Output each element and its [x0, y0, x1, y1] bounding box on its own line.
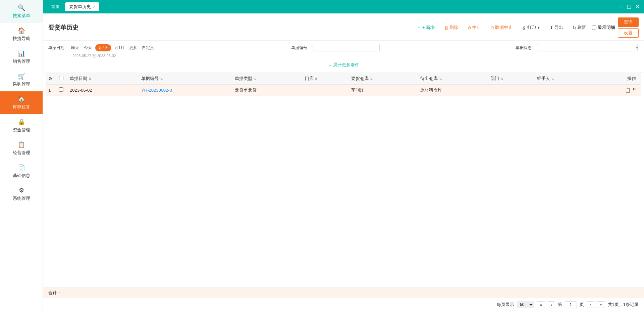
date-buttons: 昨天 今天 近7天 近1月 更多 自定义 — [70, 44, 155, 51]
col-handler-label: 经手人 — [537, 76, 550, 81]
doc-status-dropdown-icon[interactable]: ▼ — [635, 46, 639, 50]
stop-button[interactable]: ⊘ 中止 — [464, 23, 484, 32]
sort-doc-type-icon[interactable]: ⇅ — [253, 77, 256, 81]
doc-status-label: 单据状态 — [516, 45, 532, 51]
sidebar-item-finance-mgmt[interactable]: 🔒 资金管理 — [0, 114, 43, 137]
tab-close-icon[interactable]: × — [93, 4, 95, 9]
sort-req-warehouse-icon[interactable]: ⇅ — [370, 77, 373, 81]
sidebar-item-system-mgmt[interactable]: ⚙ 系统管理 — [0, 183, 43, 206]
cell-pending-warehouse: 原材料仓库 — [418, 85, 488, 96]
filter-area: 单据日期 昨天 今天 近7天 近1月 更多 自定义 单据编号 单据状态 ▼ — [43, 41, 644, 73]
delete-label: 删除 — [449, 25, 458, 31]
cell-checkbox — [56, 85, 67, 96]
sort-store-icon[interactable]: ⇅ — [315, 77, 317, 81]
sort-handler-icon[interactable]: ⇅ — [551, 77, 554, 81]
expand-row: ⌄ 展开更多条件 — [48, 60, 639, 69]
sidebar-item-search-menu[interactable]: 🔍 搜索菜单 — [0, 0, 43, 23]
finance-mgmt-icon: 🔒 — [18, 118, 25, 126]
col-doc-type: 单据类型 ⇅ — [232, 73, 302, 85]
edit-icon[interactable]: 📋 — [625, 87, 631, 93]
col-operation: 操作 — [592, 73, 641, 85]
main-area: 首页 要货单历史 × ─ □ ✕ 要货单历史 ＋ + 新增 🗑 删除 — [43, 0, 644, 311]
col-pending-warehouse: 待出仓库 ⇅ — [418, 73, 488, 85]
date-btn-1month[interactable]: 近1月 — [113, 45, 126, 51]
window-max-icon[interactable]: □ — [627, 3, 631, 10]
page-label: 第 — [558, 302, 562, 308]
content-area: 要货单历史 ＋ + 新增 🗑 删除 ⊘ 中止 ⊙ 取消中止 — [43, 13, 644, 311]
next-page-btn[interactable]: › — [587, 301, 594, 308]
sidebar-item-label: 库存核算 — [13, 104, 30, 110]
more-action-icon[interactable]: ⠿ — [633, 87, 636, 93]
sidebar: 🔍 搜索菜单 🏠 快捷导航 📊 销售管理 🛒 采购管理 🏠 库存核算 🔒 资金管… — [0, 0, 43, 311]
window-min-icon[interactable]: ─ — [619, 3, 623, 10]
col-doc-date-label: 单据日期 — [70, 76, 87, 81]
print-button[interactable]: 🖨 打印 ▼ — [519, 23, 544, 32]
stop-icon: ⊘ — [468, 25, 471, 30]
expand-more-btn[interactable]: ⌄ 展开更多条件 — [327, 60, 361, 69]
data-table: ⚙ 单据日期 ⇅ 单据编号 ⇅ — [46, 73, 641, 96]
page-number-input[interactable] — [565, 301, 577, 308]
refresh-icon: ↻ — [573, 25, 576, 30]
select-all-checkbox[interactable] — [59, 76, 63, 80]
date-btn-custom[interactable]: 自定义 — [141, 45, 155, 51]
display-detail-label: 显示明细 — [598, 25, 615, 31]
sidebar-item-inventory-calc[interactable]: 🏠 库存核算 — [0, 91, 43, 114]
doc-num-link[interactable]: YH-20230602-0 — [141, 88, 172, 93]
col-store-label: 门店 — [305, 76, 314, 81]
col-settings: ⚙ — [46, 73, 56, 85]
page-header: 要货单历史 ＋ + 新增 🗑 删除 ⊘ 中止 ⊙ 取消中止 — [43, 13, 644, 41]
sort-department-icon[interactable]: ⇅ — [500, 77, 503, 81]
export-label: 导出 — [554, 25, 563, 31]
window-close-icon[interactable]: ✕ — [635, 3, 640, 10]
doc-num-label: 单据编号 — [291, 45, 307, 51]
prev-page-btn[interactable]: ‹ — [548, 301, 555, 308]
purchase-mgmt-icon: 🛒 — [18, 73, 25, 80]
table-area: ⚙ 单据日期 ⇅ 单据编号 ⇅ — [43, 73, 644, 287]
cell-handler — [534, 85, 592, 96]
date-btn-more[interactable]: 更多 — [128, 45, 139, 51]
settings-button[interactable]: 设置 — [618, 28, 639, 38]
refresh-button[interactable]: ↻ 刷新 — [569, 23, 589, 32]
sort-doc-num-icon[interactable]: ⇅ — [160, 77, 163, 81]
sort-pending-warehouse-icon[interactable]: ⇅ — [439, 77, 442, 81]
tab-active[interactable]: 要货单历史 × — [65, 2, 99, 11]
sales-mgmt-icon: 📊 — [18, 50, 25, 57]
doc-status-input[interactable] — [537, 44, 638, 51]
doc-num-input[interactable] — [313, 44, 380, 51]
per-page-select[interactable]: 10 20 50 100 — [517, 301, 534, 308]
cancel-stop-button[interactable]: ⊙ 取消中止 — [487, 23, 516, 32]
sidebar-item-sales-mgmt[interactable]: 📊 销售管理 — [0, 46, 43, 69]
row-checkbox[interactable] — [59, 87, 63, 92]
query-settings-group: 查询 设置 — [618, 17, 639, 38]
operations-mgmt-icon: 📋 — [18, 141, 25, 148]
sidebar-item-basic-info[interactable]: 📄 基础信息 — [0, 160, 43, 183]
col-operation-label: 操作 — [627, 76, 636, 81]
sidebar-item-label: 经营管理 — [13, 150, 30, 156]
tab-home-label: 首页 — [51, 4, 60, 10]
query-button[interactable]: 查询 — [618, 17, 639, 27]
system-mgmt-icon: ⚙ — [19, 187, 24, 194]
date-btn-yesterday[interactable]: 昨天 — [70, 45, 80, 51]
display-detail-checkbox[interactable] — [592, 26, 596, 30]
basic-info-icon: 📄 — [18, 164, 25, 171]
add-button[interactable]: ＋ + 新增 — [414, 23, 438, 32]
delete-button[interactable]: 🗑 删除 — [441, 23, 462, 32]
col-settings-icon[interactable]: ⚙ — [48, 76, 52, 81]
last-page-btn[interactable]: » — [597, 301, 605, 308]
stop-label: 中止 — [472, 25, 481, 31]
cell-doc-num: YH-20230602-0 — [139, 85, 232, 96]
sidebar-item-purchase-mgmt[interactable]: 🛒 采购管理 — [0, 69, 43, 91]
date-btn-today[interactable]: 今天 — [83, 45, 93, 51]
tab-home[interactable]: 首页 — [47, 2, 64, 11]
sidebar-item-label: 资金管理 — [13, 127, 30, 133]
sidebar-item-operations-mgmt[interactable]: 📋 经营管理 — [0, 137, 43, 160]
sidebar-item-quick-nav[interactable]: 🏠 快捷导航 — [0, 23, 43, 46]
expand-label: 展开更多条件 — [333, 62, 359, 68]
print-icon: 🖨 — [522, 25, 526, 30]
cancel-icon: ⊙ — [490, 25, 494, 30]
first-page-btn[interactable]: « — [537, 301, 545, 308]
export-button[interactable]: ⬆ 导出 — [546, 23, 567, 32]
date-btn-7days[interactable]: 近7天 — [95, 44, 111, 51]
sort-doc-date-icon[interactable]: ⇅ — [89, 77, 91, 81]
col-doc-num-label: 单据编号 — [141, 76, 159, 81]
